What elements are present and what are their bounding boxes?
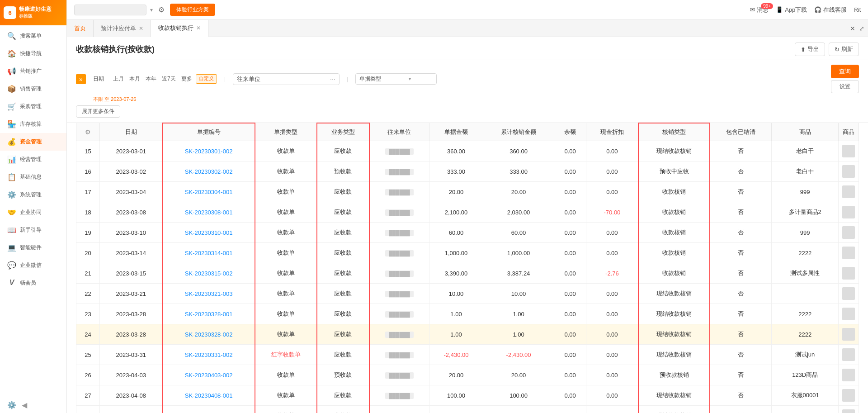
td-no: 20: [76, 243, 100, 263]
td-doc-type: 收款单: [255, 202, 317, 223]
sidebar-item-enterprise[interactable]: 🤝 企业协同: [0, 204, 66, 221]
date-last-month[interactable]: 上月: [111, 74, 126, 84]
table-row: 19 2023-03-10 SK-20230310-001 收款单 应收款 ██…: [76, 223, 859, 243]
doc-no-link[interactable]: SK-20230403-002: [185, 372, 233, 379]
sidebar-item-quick[interactable]: 🏠 快捷导航: [0, 45, 66, 62]
sidebar-item-search[interactable]: 🔍 搜索菜单: [0, 27, 66, 45]
td-include-settled: 否: [710, 365, 771, 385]
expand-more-button[interactable]: 展开更多条件: [76, 105, 120, 118]
doc-no-link[interactable]: SK-20230328-001: [185, 311, 233, 318]
app-download-button[interactable]: 📱 App下载: [776, 6, 807, 14]
sidebar-item-operations[interactable]: 📊 经营管理: [0, 151, 66, 168]
page-content: 收款核销执行(按收款) ⬆ 导出 ↻ 刷新 » 日期 上月 本月: [67, 37, 868, 413]
settings-bottom-icon[interactable]: ⚙️: [7, 401, 16, 409]
sidebar-item-hardware[interactable]: 💻 智能硬件: [0, 239, 66, 256]
td-goods2: [839, 161, 859, 182]
td-cancel-type: 现结收款核销: [638, 345, 710, 365]
tab-receipts[interactable]: 收款核销执行 ✕: [151, 20, 208, 37]
th-partner: 往来单位: [369, 123, 429, 141]
td-balance: 0.00: [554, 243, 586, 263]
query-button[interactable]: 查询: [831, 65, 859, 78]
sidebar-item-guide[interactable]: 📖 新手引导: [0, 221, 66, 239]
tab-home[interactable]: 首页: [67, 20, 94, 37]
td-cash-discount: 0.00: [586, 284, 638, 304]
finance-nav-icon: 💰: [7, 138, 16, 146]
gear-button[interactable]: ⚙: [156, 4, 166, 16]
settings-button[interactable]: 设置: [831, 80, 859, 93]
td-balance: 0.00: [554, 202, 586, 223]
partner-input[interactable]: [262, 76, 330, 82]
td-biz-type: 应收款: [317, 182, 369, 202]
sidebar-item-member[interactable]: V 畅会员: [0, 274, 66, 291]
doc-no-link[interactable]: SK-20230308-001: [185, 209, 233, 216]
td-amount: 2,100.00: [429, 202, 483, 223]
td-goods2: [839, 243, 859, 263]
td-cash-discount: -70.00: [586, 202, 638, 223]
search-input[interactable]: [74, 5, 146, 15]
td-cash-discount: 0.00: [586, 365, 638, 385]
doc-no-link[interactable]: SK-20230315-002: [185, 270, 233, 277]
th-settings[interactable]: ⚙: [76, 123, 100, 141]
service-button[interactable]: 🎧 在线客服: [814, 6, 847, 14]
collapse-icon[interactable]: ◀: [22, 401, 27, 409]
tab-receipts-close[interactable]: ✕: [196, 25, 201, 31]
industry-button[interactable]: 体验行业方案: [170, 4, 215, 16]
doc-no-link[interactable]: SK-20230314-001: [185, 250, 233, 256]
sidebar-item-basic[interactable]: 📋 基础信息: [0, 168, 66, 186]
sidebar-item-system[interactable]: ⚙️ 系统管理: [0, 186, 66, 204]
tab-prepayment-close[interactable]: ✕: [139, 25, 143, 32]
tab-receipts-label: 收款核销执行: [158, 24, 193, 32]
td-no: 15: [76, 141, 100, 161]
partner-ellipsis-icon[interactable]: ···: [330, 76, 335, 83]
message-icon: ✉: [750, 6, 755, 13]
refresh-button[interactable]: ↻ 刷新: [829, 43, 859, 56]
sidebar-item-inventory[interactable]: 🏪 库存核算: [0, 115, 66, 133]
sidebar-item-sales[interactable]: 📦 销售管理: [0, 80, 66, 98]
td-goods2: [839, 182, 859, 202]
tab-bar: 首页 预计冲应付单 ✕ 收款核销执行 ✕ ✕ ⤢: [67, 20, 868, 37]
user-avatar[interactable]: Rit: [854, 7, 861, 13]
maximize-icon[interactable]: ⤢: [859, 25, 864, 32]
sidebar-item-marketing[interactable]: 📢 营销推广: [0, 62, 66, 80]
doc-no-link[interactable]: SK-20230302-002: [185, 168, 233, 175]
doc-no-link[interactable]: SK-20230304-001: [185, 189, 233, 195]
td-goods2: [839, 304, 859, 324]
td-doc-no: SK-20230302-002: [162, 161, 255, 182]
sidebar-item-wechat[interactable]: 💬 企业微信: [0, 256, 66, 274]
doc-no-link[interactable]: SK-20230331-002: [185, 351, 233, 358]
close-tab-icon[interactable]: ✕: [850, 25, 855, 32]
td-cancel-type: 现结收款核销: [638, 324, 710, 345]
td-cancel-type: 收款核销: [638, 243, 710, 263]
export-button[interactable]: ⬆ 导出: [795, 43, 825, 56]
td-cum-amount: 20.00: [483, 182, 554, 202]
message-button[interactable]: ✉ 消息 99+: [750, 6, 769, 14]
td-goods2: [839, 365, 859, 385]
doc-no-link[interactable]: SK-20230301-002: [185, 148, 233, 155]
td-no: 26: [76, 365, 100, 385]
filter-expand-button[interactable]: »: [76, 74, 86, 84]
td-date: 2023-04-18: [100, 406, 163, 413]
date-7days[interactable]: 近7天: [160, 74, 178, 84]
sidebar-label-finance: 资金管理: [20, 138, 42, 146]
tab-prepayment[interactable]: 预计冲应付单 ✕: [94, 20, 151, 37]
partner-filter[interactable]: 往来单位 ···: [233, 73, 340, 85]
sidebar-item-finance[interactable]: 💰 资金管理: [0, 133, 66, 151]
date-this-year[interactable]: 本年: [144, 74, 158, 84]
date-custom-button[interactable]: 自定义: [196, 74, 217, 84]
doc-no-link[interactable]: SK-20230328-002: [185, 331, 233, 338]
doc-no-link[interactable]: SK-20230321-003: [185, 290, 233, 297]
td-partner: ██████: [369, 385, 429, 406]
doc-no-link[interactable]: SK-20230408-001: [185, 392, 233, 399]
expand-more-row: 展开更多条件: [76, 105, 859, 118]
sidebar-item-purchase[interactable]: 🛒 采购管理: [0, 98, 66, 115]
doc-type-label: 单据类型: [359, 75, 383, 83]
table-settings-icon[interactable]: ⚙: [85, 128, 91, 136]
doc-no-link[interactable]: SK-20230310-001: [185, 229, 233, 236]
th-include-settled: 包含已结清: [710, 123, 771, 141]
sidebar-nav: 🔍 搜索菜单 🏠 快捷导航 📢 营销推广 📦 销售管理 🛒 采购管理 🏪 库存核…: [0, 25, 66, 397]
date-this-month[interactable]: 本月: [127, 74, 142, 84]
doc-type-filter[interactable]: 单据类型 ▾: [355, 73, 437, 85]
date-more[interactable]: 更多: [179, 74, 194, 84]
table-row: 20 2023-03-14 SK-20230314-001 收款单 应收款 ██…: [76, 243, 859, 263]
table-row: 22 2023-03-21 SK-20230321-003 收款单 应收款 ██…: [76, 284, 859, 304]
